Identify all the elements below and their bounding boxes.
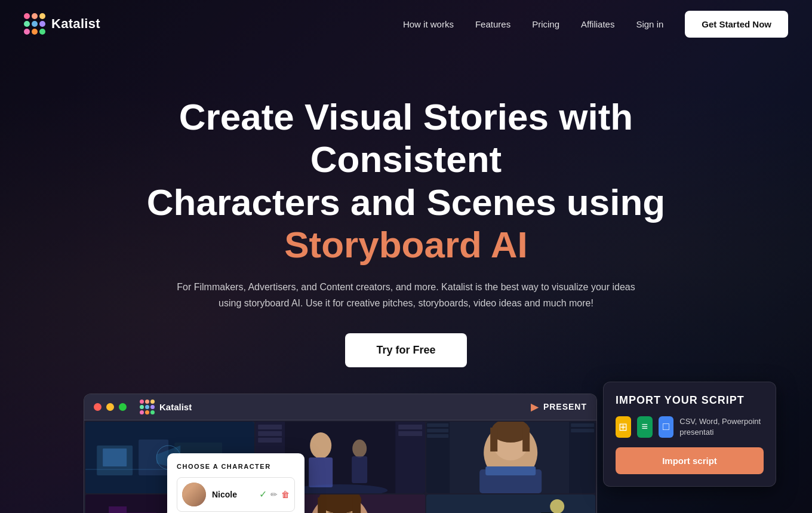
character-edit-icon[interactable]: ✏ — [270, 490, 278, 499]
sheets-icon: ⊞ — [619, 420, 628, 434]
navbar: Katalist How it works Features Pricing A… — [0, 0, 812, 48]
app-dot-6 — [150, 405, 155, 409]
import-script-button[interactable]: Import script — [616, 447, 764, 474]
traffic-light-yellow — [106, 403, 114, 411]
svg-rect-10 — [258, 425, 282, 429]
character-panel: CHOOSE A CHARACTER Nicole ✓ ✏ 🗑 — [167, 453, 304, 513]
svg-rect-2 — [103, 449, 127, 466]
hero-title-line1: Create Visual Stories with Consistent — [179, 96, 633, 180]
traffic-light-green — [119, 403, 127, 411]
import-panel-title: IMPORT YOUR SCRIPT — [616, 394, 764, 407]
logo-dot-6 — [39, 21, 45, 27]
svg-rect-32 — [490, 428, 497, 451]
slides-icon: □ — [663, 420, 669, 433]
svg-rect-59 — [426, 494, 595, 513]
character-name-nicole: Nicole — [212, 490, 253, 499]
svg-rect-17 — [309, 457, 333, 487]
app-dot-1 — [140, 400, 144, 404]
app-dot-3 — [150, 400, 155, 404]
app-dot-8 — [145, 410, 149, 414]
svg-point-16 — [310, 432, 331, 459]
svg-rect-19 — [352, 456, 367, 483]
character-actions-nicole: ✓ ✏ 🗑 — [259, 489, 290, 500]
logo-dots-icon — [24, 13, 45, 35]
svg-rect-15 — [398, 431, 422, 436]
hero-title-accent: Storyboard AI — [284, 224, 528, 265]
storyboard-cell-3[interactable] — [426, 422, 595, 493]
logo-dot-3 — [39, 13, 45, 19]
app-window: Katalist ▶ PRESENT — [84, 394, 597, 513]
svg-point-76 — [550, 499, 564, 513]
svg-rect-14 — [398, 425, 422, 429]
storyboard-grid: CAFÉ — [84, 420, 596, 513]
file-types-text: CSV, Word, Powerpoint presentati — [679, 416, 764, 438]
logo-dot-5 — [32, 21, 38, 27]
app-dot-4 — [140, 405, 144, 409]
present-label: PRESENT — [543, 402, 587, 411]
hero-content: Create Visual Stories with Consistent Ch… — [0, 48, 812, 367]
nav-pricing[interactable]: Pricing — [532, 19, 559, 29]
svg-rect-33 — [522, 428, 530, 451]
svg-rect-12 — [258, 438, 282, 443]
svg-rect-35 — [485, 466, 536, 475]
character-avatar-nicole — [182, 483, 206, 506]
hero-title: Create Visual Stories with Consistent Ch… — [107, 96, 705, 266]
app-dot-5 — [145, 405, 149, 409]
logo-dot-9 — [39, 29, 45, 35]
storyboard-cell-6[interactable] — [426, 494, 595, 513]
svg-rect-11 — [258, 431, 282, 436]
docs-icon: ≡ — [641, 420, 648, 433]
svg-rect-27 — [571, 423, 594, 427]
app-dot-2 — [145, 400, 149, 404]
file-icon-sheets: ⊞ — [616, 416, 631, 438]
logo-dot-4 — [24, 21, 30, 27]
import-script-panel: IMPORT YOUR SCRIPT ⊞ ≡ □ CSV, Word, Powe… — [603, 382, 776, 487]
play-icon: ▶ — [531, 401, 539, 413]
logo[interactable]: Katalist — [24, 13, 100, 35]
nav-features[interactable]: Features — [475, 19, 510, 29]
try-free-button[interactable]: Try for Free — [345, 333, 466, 367]
nav-links: How it works Features Pricing Affiliates… — [403, 11, 788, 38]
get-started-button[interactable]: Get Started Now — [685, 11, 788, 38]
traffic-light-red — [94, 403, 102, 411]
character-avatar-inner-nicole — [182, 483, 206, 506]
file-icon-slides: □ — [659, 416, 674, 438]
storyboard-image-6 — [426, 494, 595, 513]
logo-text: Katalist — [51, 16, 100, 32]
svg-rect-23 — [427, 423, 448, 427]
svg-point-18 — [352, 440, 367, 457]
storyboard-image-3 — [426, 422, 595, 493]
hero-subtitle: For Filmmakers, Advertisers, and Content… — [167, 279, 645, 311]
svg-rect-28 — [571, 429, 594, 432]
character-check-icon[interactable]: ✓ — [259, 489, 267, 500]
hero-title-line2: Characters and Scenes using — [147, 182, 665, 223]
logo-dot-1 — [24, 13, 30, 19]
svg-rect-38 — [109, 506, 127, 513]
app-dot-7 — [140, 410, 144, 414]
app-present-button[interactable]: ▶ PRESENT — [531, 401, 587, 413]
nav-how-it-works[interactable]: How it works — [403, 19, 454, 29]
logo-dot-8 — [32, 29, 38, 35]
import-file-types: ⊞ ≡ □ CSV, Word, Powerpoint presentati — [616, 416, 764, 438]
app-dot-9 — [150, 410, 155, 414]
nav-sign-in[interactable]: Sign in — [636, 19, 663, 29]
app-logo-text: Katalist — [159, 402, 192, 412]
app-logo-dots — [140, 400, 155, 414]
logo-dot-7 — [24, 29, 30, 35]
app-preview-area: Katalist ▶ PRESENT — [84, 394, 794, 513]
character-delete-icon[interactable]: 🗑 — [281, 490, 290, 499]
file-icon-docs: ≡ — [637, 416, 653, 438]
app-window-logo: Katalist — [140, 400, 192, 414]
svg-rect-53 — [352, 497, 361, 513]
svg-rect-52 — [318, 497, 326, 513]
svg-rect-24 — [427, 429, 448, 432]
character-item-nicole[interactable]: Nicole ✓ ✏ 🗑 — [177, 477, 295, 512]
nav-affiliates[interactable]: Affiliates — [581, 19, 614, 29]
character-panel-title: CHOOSE A CHARACTER — [177, 463, 295, 470]
svg-rect-25 — [427, 434, 448, 438]
logo-dot-2 — [32, 13, 38, 19]
app-titlebar: Katalist ▶ PRESENT — [84, 394, 596, 420]
